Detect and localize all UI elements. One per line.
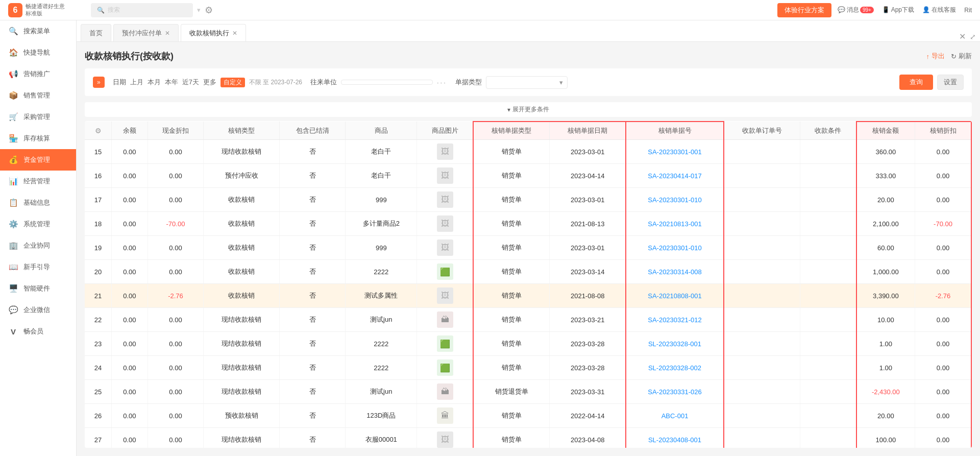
cell-receipt-order-no	[724, 380, 800, 404]
sidebar-item-operation[interactable]: 📊 经营管理	[0, 171, 76, 192]
cell-cancel-type: 现结收款核销	[204, 140, 280, 164]
sidebar-item-finance[interactable]: 💰 资金管理	[0, 149, 76, 171]
user-name[interactable]: Rit	[964, 7, 972, 14]
cell-receipt-order-no	[724, 212, 800, 236]
date-opt-this-month[interactable]: 本月	[148, 78, 161, 87]
cell-cancel-bill-date: 2023-03-01	[550, 236, 626, 260]
sidebar-item-marketing[interactable]: 📢 营销推广	[0, 63, 76, 85]
top-bar: 6 畅捷通谱好生意 标准版 🔍 搜索 ▾ ⚙ 体验行业方案 💬 消息99+ 📱 …	[0, 0, 980, 20]
search-input[interactable]: 🔍 搜索	[91, 3, 193, 17]
sidebar-item-search[interactable]: 🔍 搜索菜单	[0, 20, 76, 42]
cell-include-settled: 否	[280, 380, 346, 404]
app-download[interactable]: 📱 App下载	[882, 6, 914, 14]
filter-expand-button[interactable]: »	[93, 77, 105, 88]
col-cancel-discount: 核销折扣	[915, 122, 971, 140]
table-row: 25 0.00 0.00 现结收款核销 否 测试jun 🏔 销货退货单 2023…	[85, 380, 971, 404]
industry-btn[interactable]: 体验行业方案	[777, 3, 831, 17]
sidebar-item-basic[interactable]: 📋 基础信息	[0, 192, 76, 213]
cell-include-settled: 否	[280, 164, 346, 188]
cell-seq: 17	[85, 188, 112, 212]
operation-icon: 📊	[8, 177, 18, 186]
single-type-select[interactable]: ▾	[486, 76, 568, 89]
sidebar-item-system[interactable]: ⚙️ 系统管理	[0, 213, 76, 235]
col-receipt-order-no: 收款单订单号	[724, 122, 800, 140]
sidebar-item-quick-nav[interactable]: 🏠 快捷导航	[0, 42, 76, 63]
tab-maximize[interactable]: ⤢	[970, 33, 976, 41]
col-cancel-bill-no: 核销单据号	[626, 122, 724, 140]
export-button[interactable]: ↑ 导出	[926, 52, 945, 61]
sidebar-item-sales[interactable]: 📦 销售管理	[0, 85, 76, 106]
settings-button[interactable]: 设置	[937, 75, 964, 90]
cell-cancel-discount: 0.00	[915, 308, 971, 332]
cell-cancel-discount: 0.00	[915, 380, 971, 404]
cell-cancel-amount: 360.00	[856, 140, 915, 164]
cell-goods: 老白干	[346, 140, 417, 164]
page-header: 收款核销执行(按收款) ↑ 导出 ↻ 刷新	[85, 50, 972, 62]
cell-cancel-discount: 0.00	[915, 164, 971, 188]
query-button[interactable]: 查询	[899, 75, 933, 90]
sidebar-item-guide[interactable]: 📖 新手引导	[0, 256, 76, 278]
page-header-actions: ↑ 导出 ↻ 刷新	[926, 52, 972, 61]
cell-cancel-bill-type: 销货单	[473, 308, 549, 332]
sidebar-item-inventory[interactable]: 🏪 库存核算	[0, 128, 76, 149]
sidebar-label-operation: 经营管理	[23, 177, 50, 186]
date-opt-7days[interactable]: 近7天	[182, 78, 199, 87]
tab-receipt-cancel[interactable]: 收款核销执行 ✕	[181, 24, 246, 41]
sidebar-item-enterprise[interactable]: 🏢 企业协同	[0, 235, 76, 256]
cell-cancel-type: 收款核销	[204, 188, 280, 212]
guide-icon: 📖	[8, 262, 18, 272]
tab-prepay[interactable]: 预付冲应付单 ✕	[113, 24, 179, 41]
cell-goods: 测试jun	[346, 308, 417, 332]
cell-receipt-condition	[800, 188, 856, 212]
date-custom-btn[interactable]: 自定义	[220, 78, 245, 87]
expand-more-button[interactable]: ▾ 展开更多条件	[507, 105, 549, 114]
page-content: 收款核销执行(按收款) ↑ 导出 ↻ 刷新 » 日期 上月	[77, 42, 980, 456]
cell-balance: 0.00	[112, 332, 148, 356]
tab-receipt-cancel-close[interactable]: ✕	[232, 30, 237, 37]
cell-cancel-bill-type: 销货单	[473, 212, 549, 236]
sidebar: 🔍 搜索菜单 🏠 快捷导航 📢 营销推广 📦 销售管理 🛒 采购管理 🏪 库存核…	[0, 20, 77, 456]
home-icon: 🏠	[8, 48, 18, 57]
member-icon: V	[8, 327, 18, 336]
table-row: 18 0.00 -70.00 收款核销 否 多计量商品2 🖼 销货单 2021-…	[85, 212, 971, 236]
cell-cancel-bill-type: 销货单	[473, 428, 549, 448]
cell-goods-image: 🏛	[417, 404, 473, 428]
table-row: 19 0.00 0.00 收款核销 否 999 🖼 销货单 2023-03-01…	[85, 236, 971, 260]
refresh-label: 刷新	[959, 52, 972, 61]
sidebar-item-wechat[interactable]: 💬 企业微信	[0, 299, 76, 321]
sidebar-item-purchase[interactable]: 🛒 采购管理	[0, 106, 76, 128]
cell-goods-image: 🏔	[417, 308, 473, 332]
cell-cancel-bill-date: 2021-08-13	[550, 212, 626, 236]
tab-close-all[interactable]: ✕	[959, 32, 966, 41]
col-goods-image: 商品图片	[417, 122, 473, 140]
cell-cancel-bill-date: 2023-03-14	[550, 260, 626, 284]
cell-seq: 15	[85, 140, 112, 164]
table-row: 20 0.00 0.00 收款核销 否 2222 🟩 销货单 2023-03-1…	[85, 260, 971, 284]
tab-prepay-close[interactable]: ✕	[165, 30, 170, 37]
counterpart-input[interactable]	[341, 80, 433, 85]
sidebar-label-finance: 资金管理	[23, 155, 50, 164]
cell-goods-image: 🖼	[417, 428, 473, 448]
refresh-button[interactable]: ↻ 刷新	[951, 52, 972, 61]
date-opt-last-month[interactable]: 上月	[130, 78, 143, 87]
cell-include-settled: 否	[280, 212, 346, 236]
sidebar-item-hardware[interactable]: 🖥️ 智能硬件	[0, 278, 76, 299]
date-opt-this-year[interactable]: 本年	[165, 78, 178, 87]
date-opt-more[interactable]: 更多	[203, 78, 216, 87]
cell-receipt-condition	[800, 260, 856, 284]
cell-goods: 999	[346, 188, 417, 212]
cell-balance: 0.00	[112, 404, 148, 428]
sidebar-item-member[interactable]: V 畅会员	[0, 321, 76, 342]
col-gear[interactable]: ⚙	[85, 122, 112, 140]
online-service[interactable]: 👤 在线客服	[922, 6, 956, 14]
cell-goods-image: 🖼	[417, 140, 473, 164]
messages-icon[interactable]: 💬 消息99+	[838, 6, 874, 14]
cell-include-settled: 否	[280, 236, 346, 260]
system-icon: ⚙️	[8, 220, 18, 229]
tab-home[interactable]: 首页	[81, 24, 111, 41]
cell-cancel-bill-date: 2023-04-08	[550, 428, 626, 448]
cell-cancel-amount: 10.00	[856, 308, 915, 332]
cell-cancel-amount: 3,390.00	[856, 284, 915, 308]
cell-cancel-type: 现结收款核销	[204, 308, 280, 332]
cell-cancel-bill-no: SA-20230301-001	[626, 140, 724, 164]
